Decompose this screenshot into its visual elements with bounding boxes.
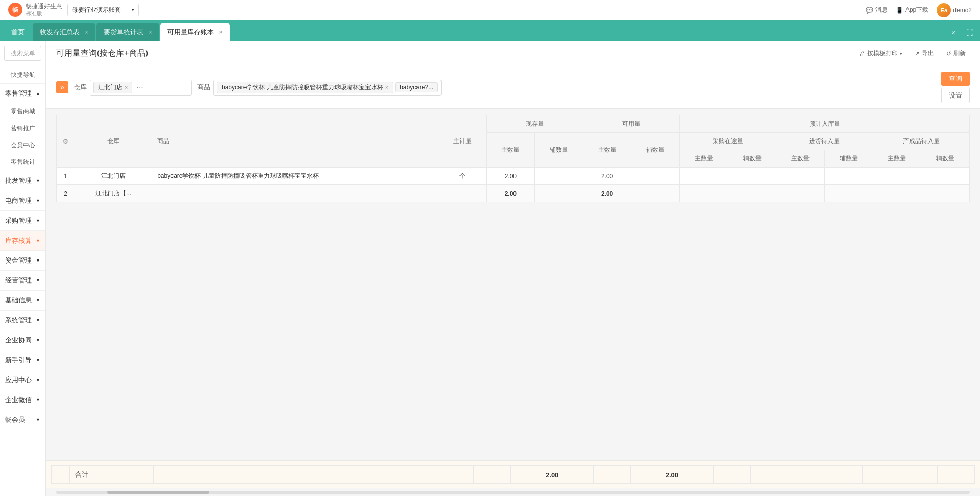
sidebar-group-inventory-header[interactable]: 库存核算 ▼ <box>0 231 45 250</box>
close-all-btn[interactable]: × <box>947 27 960 39</box>
user-area[interactable]: Ea demo2 <box>937 3 972 17</box>
sidebar-item-retail-store[interactable]: 零售商城 <box>0 103 45 120</box>
query-button[interactable]: 查询 <box>941 72 970 86</box>
sidebar-group-appstore-header[interactable]: 应用中心 ▼ <box>0 370 45 390</box>
row-2-available-sub <box>631 185 680 202</box>
sidebar-group-inventory: 库存核算 ▼ <box>0 231 45 251</box>
close-tab-receipts[interactable]: × <box>85 29 88 36</box>
download-icon: 📱 <box>896 7 903 14</box>
th-available-main: 主数量 <box>583 133 631 168</box>
settings-button[interactable]: 设置 <box>941 88 970 103</box>
sidebar-group-member: 畅会员 ▼ <box>0 410 45 430</box>
warehouse-more-btn[interactable]: ··· <box>134 83 145 92</box>
scrollbar-track[interactable] <box>56 491 970 494</box>
scrollbar-thumb[interactable] <box>107 491 209 494</box>
chevron-down-icon: ▼ <box>36 178 40 183</box>
sidebar-group-enterprise-header[interactable]: 企业协同 ▼ <box>0 330 45 350</box>
row-1-finished-sub <box>921 168 970 185</box>
footer-incoming-main-total <box>825 466 863 484</box>
row-2-purchase-main <box>680 185 728 202</box>
logo-text-area: 畅捷通好生意 标准版 <box>26 3 62 17</box>
bottom-scrollbar <box>46 488 980 496</box>
row-1-unit: 个 <box>438 168 486 185</box>
row-1-available-sub <box>631 168 680 185</box>
chevron-down-icon: ▾ <box>132 7 134 12</box>
sidebar-item-members[interactable]: 会员中心 <box>0 137 45 154</box>
print-template-btn[interactable]: 🖨 按模板打印 ▾ <box>855 47 906 60</box>
sidebar-group-retail-header[interactable]: 零售管理 ▲ <box>0 84 45 103</box>
sidebar-item-retail-stats[interactable]: 零售统计 <box>0 154 45 171</box>
expand-btn[interactable]: ⛶ <box>964 27 976 39</box>
sidebar-group-system-header[interactable]: 系统管理 ▼ <box>0 311 45 330</box>
filter-expand-btn[interactable]: » <box>56 81 68 93</box>
sidebar-group-finance-header[interactable]: 资金管理 ▼ <box>0 251 45 270</box>
row-2-stock-main: 2.00 <box>486 185 535 202</box>
nav-tabs: 首页 收发存汇总表 × 要货单统计表 × 可用量库存账本 × × ⛶ <box>0 20 980 41</box>
industry-select[interactable]: 母婴行业演示账套 ▾ <box>67 4 139 16</box>
tab-receipts[interactable]: 收发存汇总表 × <box>33 23 95 41</box>
chevron-down-icon: ▼ <box>36 338 40 343</box>
sidebar-group-appstore: 应用中心 ▼ <box>0 370 45 390</box>
sidebar-group-operations-header[interactable]: 经营管理 ▼ <box>0 271 45 290</box>
sidebar-group-purchase-header[interactable]: 采购管理 ▼ <box>0 211 45 230</box>
tab-available-stock[interactable]: 可用量库存账本 × <box>160 23 230 41</box>
export-icon: ↗ <box>915 50 920 57</box>
row-2-purchase-sub <box>728 185 776 202</box>
tab-home[interactable]: 首页 <box>4 23 32 41</box>
sidebar-group-guide-header[interactable]: 新手引导 ▼ <box>0 350 45 370</box>
top-bar: 畅 畅捷通好生意 标准版 母婴行业演示账套 ▾ 💬 消息 📱 App下载 Ea … <box>0 0 980 20</box>
sidebar-search-area: 搜索菜单 <box>0 41 45 66</box>
row-2-stock-sub <box>535 185 583 202</box>
warehouse-label: 仓库 <box>74 83 87 92</box>
footer-finished-sub-total <box>937 466 974 484</box>
footer-finished-main-total <box>900 466 937 484</box>
sidebar-group-guide: 新手引导 ▼ <box>0 350 45 370</box>
chevron-down-icon: ▼ <box>36 238 40 243</box>
warehouse-input-container[interactable]: 江北门店 × ··· <box>90 80 192 96</box>
th-settings[interactable]: ⚙ <box>57 115 75 168</box>
footer-available-main-total: 2.00 <box>631 466 713 484</box>
app-download-btn[interactable]: 📱 App下载 <box>896 6 928 14</box>
message-btn[interactable]: 💬 消息 <box>866 6 888 14</box>
th-incoming-main: 主数量 <box>776 150 825 168</box>
footer-total-label: 合计 <box>70 466 154 484</box>
sidebar-item-marketing[interactable]: 营销推广 <box>0 120 45 137</box>
product-input-container[interactable]: babycare学饮杯 儿童防摔防撞吸管杯重力球吸嘴杯宝宝水杯 × babyca… <box>213 80 442 96</box>
product-tag1-close[interactable]: × <box>385 84 388 90</box>
close-tab-available-stock[interactable]: × <box>219 29 223 36</box>
chevron-down-icon: ▼ <box>36 298 40 303</box>
row-2-available-main: 2.00 <box>583 185 631 202</box>
product-tag-1: babycare学饮杯 儿童防摔防撞吸管杯重力球吸嘴杯宝宝水杯 × <box>217 82 393 93</box>
th-purchase-transit-main: 主数量 <box>680 150 728 168</box>
product-label: 商品 <box>197 83 210 92</box>
row-2-num: 2 <box>57 185 75 202</box>
row-2-unit <box>438 185 486 202</box>
sidebar-group-basic: 基础信息 ▼ <box>0 291 45 311</box>
close-tab-order-stats[interactable]: × <box>149 29 152 36</box>
th-main-unit: 主计量 <box>438 115 486 168</box>
product-filter: 商品 babycare学饮杯 儿童防摔防撞吸管杯重力球吸嘴杯宝宝水杯 × bab… <box>197 80 442 96</box>
chevron-down-icon: ▼ <box>36 218 40 223</box>
sidebar-group-wecom-header[interactable]: 企业微信 ▼ <box>0 390 45 410</box>
sidebar-group-retail: 零售管理 ▲ 零售商城 营销推广 会员中心 零售统计 <box>0 84 45 171</box>
sidebar-group-purchase: 采购管理 ▼ <box>0 211 45 231</box>
warehouse-filter: 仓库 江北门店 × ··· <box>74 80 192 96</box>
chevron-down-icon: ▼ <box>36 358 40 363</box>
chevron-down-icon: ▼ <box>36 278 40 283</box>
warehouse-tag-close[interactable]: × <box>125 84 128 90</box>
sidebar-quick-nav[interactable]: 快捷导航 <box>0 66 45 84</box>
logo-icon: 畅 <box>8 3 22 17</box>
sidebar-group-ecommerce: 电商管理 ▼ <box>0 191 45 211</box>
sidebar-group-wholesale-header[interactable]: 批发管理 ▼ <box>0 171 45 191</box>
sidebar-search-btn[interactable]: 搜索菜单 <box>4 46 41 61</box>
sidebar-group-basic-header[interactable]: 基础信息 ▼ <box>0 291 45 310</box>
refresh-icon: ↺ <box>946 50 951 57</box>
export-btn[interactable]: ↗ 导出 <box>911 47 938 60</box>
sidebar-group-ecommerce-header[interactable]: 电商管理 ▼ <box>0 191 45 210</box>
logo-area: 畅 畅捷通好生意 标准版 <box>8 3 62 17</box>
sidebar-group-member-header[interactable]: 畅会员 ▼ <box>0 410 45 430</box>
nav-right-icons: × ⛶ <box>947 27 976 41</box>
tab-order-stats[interactable]: 要货单统计表 × <box>96 23 159 41</box>
settings-icon[interactable]: ⚙ <box>63 138 68 145</box>
refresh-btn[interactable]: ↺ 刷新 <box>942 47 970 60</box>
